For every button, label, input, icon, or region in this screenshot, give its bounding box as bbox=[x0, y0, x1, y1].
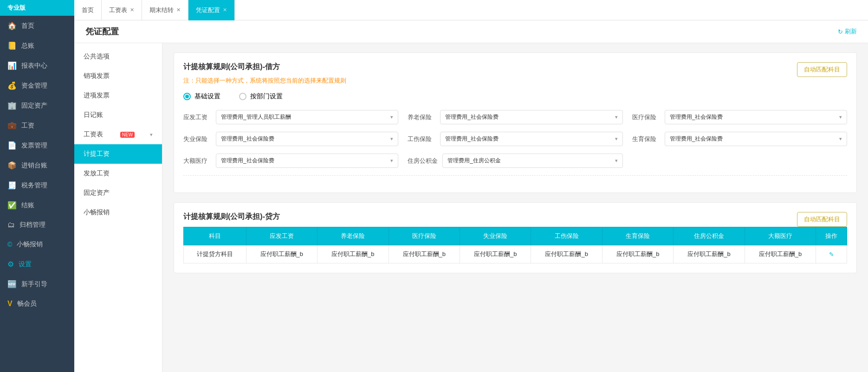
credit-auto-match-button[interactable]: 自动匹配科目 bbox=[797, 212, 847, 227]
select-yingfagongzi[interactable]: 管理费用_管理人员职工薪酬 ▾ bbox=[216, 110, 398, 124]
sidebar-item-settings[interactable]: ⚙ 设置 bbox=[0, 254, 74, 274]
label-shengyu: 生育保险 bbox=[632, 135, 660, 143]
tab-home-label: 首页 bbox=[82, 6, 94, 14]
sidebar-item-payroll[interactable]: 💼 工资 bbox=[0, 115, 74, 135]
form-row-gongshangbxian: 工伤保险 管理费用_社会保险费 ▾ bbox=[408, 132, 622, 146]
tab-period-close-icon[interactable]: ✕ bbox=[176, 7, 181, 13]
leftnav-public-options[interactable]: 公共选项 bbox=[74, 47, 162, 66]
debit-auto-match-button[interactable]: 自动匹配科目 bbox=[797, 62, 847, 77]
guide-icon: 🆕 bbox=[7, 280, 17, 289]
label-yiliaobxian: 医疗保险 bbox=[632, 113, 660, 122]
debit-section: 计提核算规则(公司承担)-借方 注：只能选择一种方式，系统将按照您当前的选择来配… bbox=[174, 52, 857, 193]
sidebar-item-label: 设置 bbox=[19, 260, 32, 269]
sidebar-item-closing[interactable]: ✅ 结账 bbox=[0, 195, 74, 215]
sidebar-item-label: 首页 bbox=[21, 22, 34, 30]
select-daeyiliao-value: 管理费用_社会保险费 bbox=[221, 157, 389, 165]
leftnav-calculated-payroll[interactable]: 计提工资 bbox=[74, 144, 162, 164]
closing-icon: ✅ bbox=[7, 201, 17, 210]
sidebar-item-archive[interactable]: 🗂 归档管理 bbox=[0, 215, 74, 235]
sidebar-item-fixed-assets[interactable]: 🏢 固定资产 bbox=[0, 96, 74, 115]
label-yanglaobaoxian: 养老保险 bbox=[408, 113, 435, 122]
credit-section-title: 计提核算规则(公司承担)-贷方 bbox=[183, 212, 280, 222]
select-yanglaobaoxian[interactable]: 管理费用_社会保险费 ▾ bbox=[440, 110, 622, 124]
td-action[interactable]: ✎ bbox=[816, 245, 847, 263]
sidebar-item-label: 发票管理 bbox=[21, 141, 47, 150]
sidebar-item-purchase-sales[interactable]: 📦 进销台账 bbox=[0, 155, 74, 175]
th-subject: 科目 bbox=[184, 227, 246, 245]
chevron-down-icon: ▾ bbox=[839, 114, 842, 120]
tab-payroll-table[interactable]: 工资表 ✕ bbox=[102, 0, 142, 20]
sidebar-item-general-ledger[interactable]: 📒 总账 bbox=[0, 36, 74, 56]
label-yingfagongzi: 应发工资 bbox=[183, 113, 211, 122]
tab-payroll-table-label: 工资表 bbox=[109, 6, 127, 14]
sidebar-item-tax[interactable]: 🧾 税务管理 bbox=[0, 175, 74, 195]
sidebar-item-fund-management[interactable]: 💰 资金管理 bbox=[0, 76, 74, 96]
tab-payroll-close-icon[interactable]: ✕ bbox=[130, 7, 134, 13]
sidebar-item-home[interactable]: 🏠 首页 bbox=[0, 16, 74, 36]
th-shiye: 失业保险 bbox=[460, 227, 531, 245]
sidebar-item-vip[interactable]: V 畅会员 bbox=[0, 294, 74, 314]
tab-period-closing[interactable]: 期末结转 ✕ bbox=[142, 0, 188, 20]
sidebar-item-label: 总账 bbox=[21, 42, 34, 50]
debit-section-note: 注：只能选择一种方式，系统将按照您当前的选择来配置规则 bbox=[183, 77, 346, 85]
tab-voucher-config[interactable]: 凭证配置 ✕ bbox=[188, 0, 235, 20]
th-yanglao: 养老保险 bbox=[317, 227, 389, 245]
edit-icon[interactable]: ✎ bbox=[829, 251, 834, 258]
sidebar-item-label: 工资 bbox=[21, 122, 34, 130]
select-shengyu[interactable]: 管理费用_社会保险费 ▾ bbox=[665, 132, 847, 146]
leftnav-fixed-assets[interactable]: 固定资产 bbox=[74, 183, 162, 203]
leftnav-journal[interactable]: 日记账 bbox=[74, 105, 162, 125]
radio-department[interactable]: 按部门设置 bbox=[239, 92, 283, 101]
select-yingfagongzi-value: 管理费用_管理人员职工薪酬 bbox=[221, 113, 389, 121]
leftnav-payroll-table[interactable]: 工资表 NEW ▾ bbox=[74, 125, 162, 144]
home-icon: 🏠 bbox=[7, 21, 17, 30]
th-yiliao: 医疗保险 bbox=[389, 227, 460, 245]
leftnav-xc-report[interactable]: 小畅报销 bbox=[74, 203, 162, 222]
th-action: 操作 bbox=[816, 227, 847, 245]
td-yanglao: 应付职工薪酬_b bbox=[317, 245, 389, 263]
select-zhufangjijin-value: 管理费用_住房公积金 bbox=[447, 157, 613, 165]
sidebar: 专业版 🏠 首页 📒 总账 📊 报表中心 💰 资金管理 🏢 固定资产 💼 工资 … bbox=[0, 0, 74, 372]
radio-basic[interactable]: 基础设置 bbox=[183, 92, 220, 101]
sidebar-item-invoice[interactable]: 📄 发票管理 bbox=[0, 135, 74, 155]
sidebar-item-label: 进销台账 bbox=[21, 161, 47, 170]
new-badge: NEW bbox=[120, 132, 135, 138]
form-row-yiliaobxian: 医疗保险 管理费用_社会保险费 ▾ bbox=[632, 110, 847, 124]
debit-radio-group: 基础设置 按部门设置 bbox=[183, 92, 847, 101]
select-gongshangbxian-value: 管理费用_社会保险费 bbox=[445, 135, 613, 143]
table-row: 计提贷方科目 应付职工薪酬_b 应付职工薪酬_b 应付职工薪酬_b 应付职工薪酬… bbox=[184, 245, 847, 263]
leftnav-red-invoices[interactable]: 销项发票 bbox=[74, 66, 162, 86]
refresh-button[interactable]: ↻ 刷新 bbox=[838, 27, 857, 36]
radio-basic-circle bbox=[183, 93, 191, 100]
chevron-down-icon: ▾ bbox=[390, 114, 393, 120]
select-shiyebxian[interactable]: 管理费用_社会保险费 ▾ bbox=[216, 132, 398, 146]
chevron-down-icon: ▾ bbox=[390, 136, 393, 142]
td-daeyiliao: 应付职工薪酬_b bbox=[745, 245, 816, 263]
leftnav-issue-payroll[interactable]: 发放工资 bbox=[74, 164, 162, 183]
select-gongshangbxian[interactable]: 管理费用_社会保险费 ▾ bbox=[440, 132, 622, 146]
sidebar-item-label: 固定资产 bbox=[21, 102, 47, 110]
archive-icon: 🗂 bbox=[7, 221, 15, 229]
tab-voucher-close-icon[interactable]: ✕ bbox=[223, 7, 227, 13]
sidebar-item-xcreport[interactable]: © 小畅报销 bbox=[0, 235, 74, 254]
credit-section-header: 计提核算规则(公司承担)-贷方 自动匹配科目 bbox=[183, 212, 847, 227]
select-zhufangjijin[interactable]: 管理费用_住房公积金 ▾ bbox=[442, 154, 622, 168]
refresh-label: 刷新 bbox=[845, 27, 857, 36]
label-gongshangbxian: 工伤保险 bbox=[408, 135, 435, 143]
sidebar-item-label: 小畅报销 bbox=[17, 240, 43, 249]
sidebar-item-guide[interactable]: 🆕 新手引导 bbox=[0, 274, 74, 294]
td-zhufang: 应付职工薪酬_b bbox=[674, 245, 745, 263]
sidebar-item-label: 税务管理 bbox=[21, 181, 47, 190]
sidebar-item-label: 归档管理 bbox=[19, 221, 45, 229]
form-row-shiyebxian: 失业保险 管理费用_社会保险费 ▾ bbox=[183, 132, 398, 146]
form-row-shengyu: 生育保险 管理费用_社会保险费 ▾ bbox=[632, 132, 847, 146]
select-yiliaobxian[interactable]: 管理费用_社会保险费 ▾ bbox=[665, 110, 847, 124]
main-area: 首页 工资表 ✕ 期末结转 ✕ 凭证配置 ✕ 凭证配置 ↻ 刷新 公共选项 bbox=[74, 0, 868, 372]
settings-icon: ⚙ bbox=[7, 260, 14, 269]
sidebar-item-report-center[interactable]: 📊 报表中心 bbox=[0, 56, 74, 76]
leftnav-input-invoices[interactable]: 进项发票 bbox=[74, 86, 162, 105]
tax-icon: 🧾 bbox=[7, 181, 17, 190]
select-daeyiliao[interactable]: 管理费用_社会保险费 ▾ bbox=[216, 154, 398, 168]
tab-home[interactable]: 首页 bbox=[74, 0, 102, 20]
report-icon: 📊 bbox=[7, 61, 17, 70]
